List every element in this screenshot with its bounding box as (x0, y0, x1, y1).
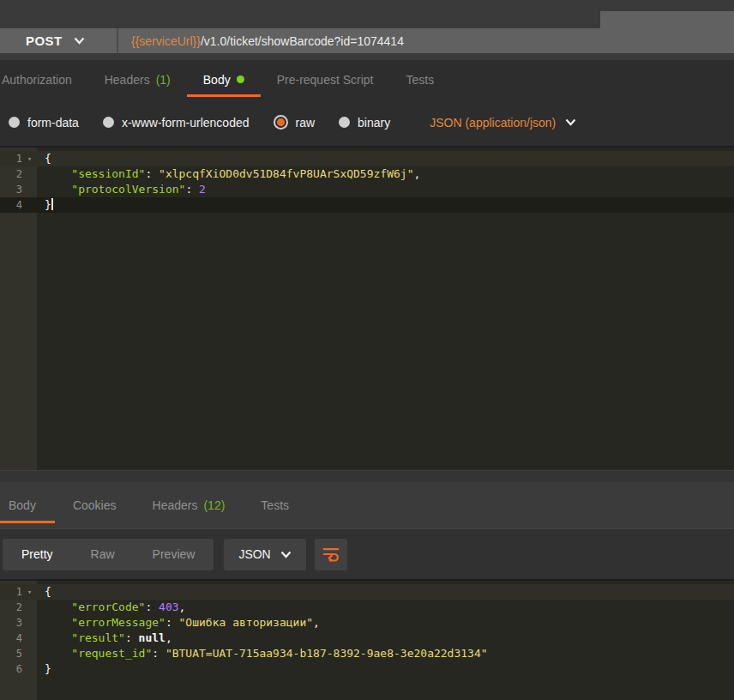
chevron-down-icon (74, 37, 85, 45)
code-text: "sessionId": "xlpcqfXiOD0dv51D84fvP8UArS… (37, 166, 420, 182)
chevron-down-icon (280, 551, 292, 558)
code-line: 5 "request_id": "BTUAT=UAT-715aa934-b187… (0, 646, 734, 661)
code-text: } (37, 661, 51, 677)
response-headers-count-badge: (12) (203, 498, 225, 512)
mode-form-data[interactable]: form-data (9, 116, 79, 130)
code-line: 1▾{ (0, 151, 734, 166)
gutter: 4 (0, 631, 37, 646)
fold-spacer (22, 661, 37, 677)
code-text: { (37, 151, 51, 166)
topbar-divider (0, 53, 734, 60)
line-number: 4 (0, 197, 22, 213)
mode-x-www-form-urlencoded[interactable]: x-www-form-urlencoded (103, 116, 250, 130)
mode-binary[interactable]: binary (339, 116, 390, 130)
tab-tests[interactable]: Tests (390, 60, 451, 99)
url-variable: {{serviceUrl}} (131, 34, 201, 48)
url-path: /v1.0/ticket/showBarcode?id=1074414 (201, 34, 404, 48)
code-text: "errorMessage": "Ошибка авторизации", (37, 615, 320, 631)
chevron-down-icon (565, 118, 576, 126)
text-cursor (51, 198, 53, 210)
fold-spacer (22, 166, 37, 182)
line-number: 2 (0, 166, 22, 182)
method-label: POST (26, 33, 62, 48)
postman-window: POST {{serviceUrl}}/v1.0/ticket/showBarc… (0, 0, 734, 700)
fold-spacer (22, 631, 37, 646)
response-tabs: Body Cookies Headers (12) Tests (0, 482, 734, 529)
response-format-dropdown[interactable]: JSON (224, 539, 305, 570)
gutter: 5 (0, 646, 37, 661)
fold-spacer (22, 182, 37, 197)
view-preview-button[interactable]: Preview (134, 539, 214, 570)
fold-spacer (22, 615, 37, 631)
line-number: 1 (0, 584, 22, 600)
method-dropdown[interactable]: POST (0, 28, 118, 53)
code-text: { (37, 584, 51, 600)
code-line: 4 "result": null, (0, 631, 734, 646)
fold-spacer (22, 197, 37, 213)
code-line: 3 "errorMessage": "Ошибка авторизации", (0, 615, 734, 631)
line-number: 1 (0, 151, 22, 166)
tab-headers[interactable]: Headers (1) (88, 60, 187, 99)
code-text: } (37, 197, 53, 213)
panel-splitter[interactable] (0, 470, 734, 482)
view-pretty-button[interactable]: Pretty (3, 539, 72, 570)
line-number: 6 (0, 661, 22, 677)
fold-toggle-icon[interactable]: ▾ (22, 151, 37, 166)
view-raw-button[interactable]: Raw (72, 539, 134, 570)
request-body-editor[interactable]: 1▾{2 "sessionId": "xlpcqfXiOD0dv51D84fvP… (0, 146, 734, 470)
tab-authorization[interactable]: Authorization (0, 60, 88, 99)
code-text: "errorCode": 403, (37, 600, 185, 615)
code-text: "result": null, (37, 631, 172, 646)
code-line: 2 "errorCode": 403, (0, 600, 734, 615)
line-number: 5 (0, 646, 22, 661)
tab-body[interactable]: Body (187, 60, 261, 99)
headers-count-badge: (1) (156, 73, 171, 87)
gutter: 6 (0, 661, 37, 677)
topbar-upper-strip (0, 0, 734, 28)
radio-icon (9, 117, 20, 128)
gutter: 3 (0, 182, 37, 197)
response-tab-headers[interactable]: Headers (12) (135, 482, 244, 528)
radio-selected-icon (275, 117, 286, 128)
gutter: 2 (0, 600, 37, 615)
topbar-right-block (600, 11, 734, 28)
code-line: 2 "sessionId": "xlpcqfXiOD0dv51D84fvP8UA… (0, 166, 734, 182)
tab-prerequest-script[interactable]: Pre-request Script (261, 60, 390, 99)
response-tab-cookies[interactable]: Cookies (55, 482, 135, 528)
response-view-switcher: Pretty Raw Preview (3, 539, 214, 570)
mode-raw[interactable]: raw (274, 115, 316, 130)
code-line: 1▾{ (0, 584, 734, 600)
body-mode-row: form-data x-www-form-urlencoded raw bina… (0, 99, 734, 146)
request-url-bar: POST {{serviceUrl}}/v1.0/ticket/showBarc… (0, 28, 734, 53)
response-tab-tests[interactable]: Tests (243, 482, 307, 528)
gutter: 3 (0, 615, 37, 631)
wrap-text-button[interactable] (315, 539, 347, 570)
response-tab-body[interactable]: Body (0, 482, 55, 528)
line-number: 4 (0, 631, 22, 646)
line-number: 2 (0, 600, 22, 615)
body-filled-dot-icon (237, 75, 244, 83)
code-line: 6} (0, 661, 734, 677)
request-tabs: Authorization Headers (1) Body Pre-reque… (0, 60, 734, 99)
code-line: 4} (0, 197, 734, 213)
code-text: "protocolVersion": 2 (37, 182, 206, 197)
content-type-dropdown[interactable]: JSON (application/json) (430, 116, 576, 130)
radio-icon (103, 117, 114, 128)
fold-toggle-icon[interactable]: ▾ (22, 584, 37, 600)
response-body-editor[interactable]: 1▾{2 "errorCode": 403,3 "errorMessage": … (0, 579, 734, 700)
gutter: 4 (0, 197, 37, 213)
code-text: "request_id": "BTUAT=UAT-715aa934-b187-8… (37, 646, 488, 661)
line-number: 3 (0, 615, 22, 631)
line-number: 3 (0, 182, 22, 197)
response-toolbar: Pretty Raw Preview JSON (0, 529, 734, 579)
fold-spacer (22, 646, 37, 661)
code-line: 3 "protocolVersion": 2 (0, 182, 734, 197)
radio-icon (339, 117, 350, 128)
fold-spacer (22, 600, 37, 615)
url-input[interactable]: {{serviceUrl}}/v1.0/ticket/showBarcode?i… (118, 28, 734, 53)
gutter: 2 (0, 166, 37, 182)
gutter: 1▾ (0, 151, 37, 166)
wrap-text-icon (322, 545, 340, 564)
gutter: 1▾ (0, 584, 37, 600)
